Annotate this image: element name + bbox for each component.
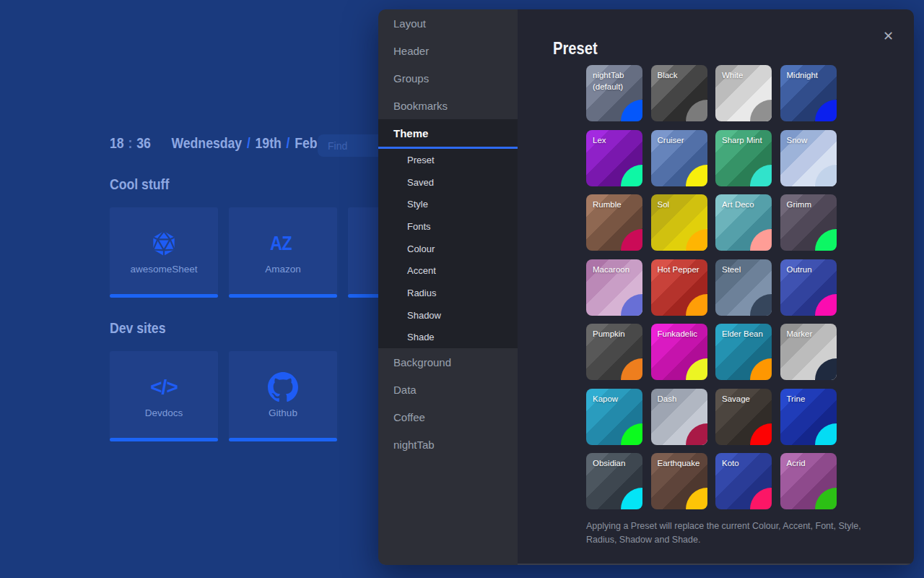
preset-accent-swatch [686,100,707,121]
menu-item-nighttab[interactable]: nightTab [378,431,518,458]
close-icon[interactable]: ✕ [880,27,897,46]
preset-accent-swatch [621,488,642,509]
submenu-item-shade[interactable]: Shade [378,327,518,349]
preset-name: Savage [722,393,768,405]
menu-item-coffee[interactable]: Coffee [378,403,518,431]
preset-name: Kapow [593,393,639,405]
preset-swatch-black[interactable]: Black [651,65,707,121]
submenu-item-preset[interactable]: Preset [378,149,518,171]
preset-name: Art Deco [722,199,768,210]
preset-accent-swatch [621,229,642,251]
preset-accent-swatch [686,229,707,251]
preset-swatch-midnight[interactable]: Midnight [780,65,837,121]
clock-colon: : [128,134,133,152]
preset-accent-swatch [750,165,772,186]
preset-accent-swatch [621,294,642,316]
preset-name: Steel [722,264,768,275]
preset-swatch-macaroon[interactable]: Macaroon [586,259,642,316]
submenu-item-accent[interactable]: Accent [378,259,518,282]
preset-swatch-hot-pepper[interactable]: Hot Pepper [651,259,707,316]
preset-name: Black [658,69,704,81]
gem-icon [149,228,178,259]
bookmark-card-devdocs[interactable]: </>Devdocs [110,351,218,441]
preset-accent-swatch [750,294,772,316]
preset-swatch-earthquake[interactable]: Earthquake [651,453,707,509]
preset-swatch-obsidian[interactable]: Obsidian [586,453,642,509]
preset-swatch-trine[interactable]: Trine [780,389,837,445]
preset-swatch-cruiser[interactable]: Cruiser [651,130,707,186]
preset-name: Macaroon [593,264,639,275]
preset-accent-swatch [686,165,707,186]
preset-swatch-sharp-mint[interactable]: Sharp Mint [715,130,772,186]
bookmark-label: Github [269,407,297,418]
menu-item-background[interactable]: Background [378,348,518,376]
clock-minutes: 36 [136,134,151,152]
submenu-item-radius[interactable]: Radius [378,282,518,304]
preset-swatch-dash[interactable]: Dash [651,389,707,445]
settings-sidebar: LayoutHeaderGroupsBookmarksThemePresetSa… [378,9,518,565]
preset-swatch-rumble[interactable]: Rumble [586,194,642,251]
menu-item-groups[interactable]: Groups [378,64,518,92]
preset-swatch-art-deco[interactable]: Art Deco [715,194,772,251]
submenu-item-fonts[interactable]: Fonts [378,215,518,238]
bookmark-accent-bar [229,438,337,441]
preset-name: Trine [787,393,833,405]
preset-name: Sol [658,199,704,210]
date-separator: / [287,134,290,152]
preset-name: Dash [658,393,704,405]
clock-hours: 18 [110,134,124,152]
preset-swatch-acrid[interactable]: Acrid [780,453,837,509]
clock: 18 : 36 Wednesday / 19th / February [110,134,349,152]
letters-icon: AZ [270,228,295,259]
preset-footer-note: Applying a Preset will replace the curre… [586,519,885,548]
preset-accent-swatch [621,423,642,445]
preset-name: White [722,69,768,81]
preset-swatch-kapow[interactable]: Kapow [586,389,642,445]
bookmark-label: Amazon [265,264,301,275]
bookmark-card-amazon[interactable]: AZAmazon [229,207,337,298]
preset-name: Koto [722,457,768,469]
bookmark-card-awesomesheet[interactable]: awesomeSheet [110,207,218,298]
preset-swatch-snow[interactable]: Snow [780,130,837,186]
menu-item-header[interactable]: Header [378,37,518,64]
preset-accent-swatch [750,358,772,380]
submenu-item-colour[interactable]: Colour [378,238,518,260]
bookmark-label: Devdocs [145,407,183,418]
github-icon [268,371,298,403]
preset-accent-swatch [621,165,642,186]
preset-swatch-nighttab-default[interactable]: nightTab (default) [586,65,642,121]
preset-swatch-lex[interactable]: Lex [586,130,642,186]
preset-swatch-sol[interactable]: Sol [651,194,707,251]
menu-item-theme[interactable]: Theme [378,119,518,147]
submenu-item-shadow[interactable]: Shadow [378,304,518,327]
preset-accent-swatch [750,488,772,509]
submenu-item-saved[interactable]: Saved [378,171,518,194]
preset-swatch-koto[interactable]: Koto [715,453,772,509]
preset-swatch-steel[interactable]: Steel [715,259,772,316]
preset-swatch-marker[interactable]: Marker [780,324,837,380]
preset-name: Grimm [787,199,833,210]
menu-item-bookmarks[interactable]: Bookmarks [378,92,518,119]
submenu-item-style[interactable]: Style [378,193,518,215]
preset-swatch-pumpkin[interactable]: Pumpkin [586,324,642,380]
preset-accent-swatch [686,358,707,380]
preset-swatch-outrun[interactable]: Outrun [780,259,837,316]
preset-swatch-elder-bean[interactable]: Elder Bean [715,324,772,380]
date-weekday: Wednesday [171,134,242,152]
panel-title: Preset [553,38,598,59]
menu-item-layout[interactable]: Layout [378,9,518,37]
preset-swatch-savage[interactable]: Savage [715,389,772,445]
preset-swatch-white[interactable]: White [715,65,772,121]
preset-swatch-grimm[interactable]: Grimm [780,194,837,251]
preset-name: Midnight [787,69,833,81]
preset-name: Marker [787,328,833,340]
preset-accent-swatch [750,100,772,121]
preset-name: Earthquake [658,457,704,469]
bookmark-card-github[interactable]: Github [229,351,337,441]
preset-name: Outrun [787,264,833,275]
horizontal-scrollbar[interactable] [518,564,914,565]
menu-item-data[interactable]: Data [378,376,518,403]
preset-name: Lex [593,134,639,146]
preset-name: Cruiser [658,134,704,146]
preset-swatch-funkadelic[interactable]: Funkadelic [651,324,707,380]
